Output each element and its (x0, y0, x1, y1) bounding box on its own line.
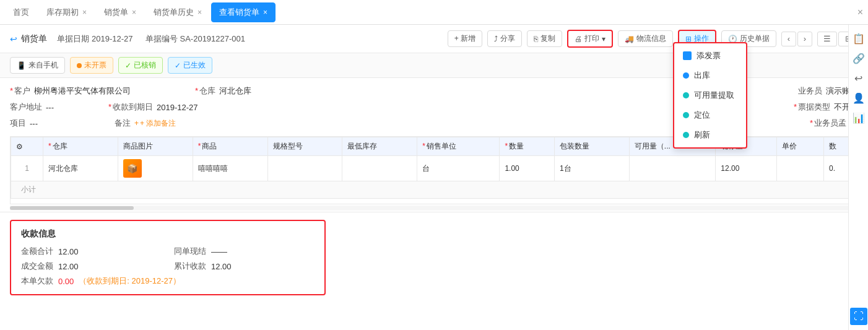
address-label: 客户地址 (10, 102, 42, 113)
doc-title: ↩ 销货单 (10, 33, 47, 45)
dropdown-outbound[interactable]: 出库 (674, 66, 746, 85)
customer-value: 柳州粤港平安气体有限公司 (34, 85, 131, 97)
dropdown-locate[interactable]: 定位 (674, 105, 746, 125)
refresh-dot (683, 132, 689, 138)
new-button[interactable]: + 新增 (448, 30, 482, 47)
tab-view-sales-close[interactable]: × (263, 8, 267, 17)
th-pack-qty: 包装数量 (555, 137, 630, 156)
th-settings[interactable]: ⚙ (11, 137, 43, 156)
payment-grid: 金额合计 12.00 同单现结 —— 成交金额 12.00 累计收款 12.00 (21, 246, 315, 287)
cumulative-value: 12.00 (211, 262, 232, 271)
row-stock: 12.00 (716, 156, 777, 181)
prev-arrow[interactable]: ‹ (781, 32, 796, 46)
logistics-button[interactable]: 🚚 物流信息 (618, 30, 673, 47)
this-owe-label: 本单欠款 (21, 276, 53, 287)
address-field: 客户地址 --- (10, 102, 54, 113)
total-amount-value: 12.00 (58, 247, 79, 256)
tab-sales-close[interactable]: × (132, 8, 136, 17)
scroll-thumb[interactable] (10, 206, 134, 210)
sidebar-icon-clipboard[interactable]: 📋 (850, 30, 867, 47)
this-owe-row: 本单欠款 0.00 （收款到期日: 2019-12-27） (21, 276, 315, 287)
list-view-button[interactable]: ☰ (817, 32, 837, 46)
check-icon: ✓ (125, 61, 131, 70)
refresh-label: 刷新 (694, 129, 710, 141)
dropdown-add-invoice[interactable]: 添发票 (674, 46, 746, 66)
product-image: 📦 (123, 159, 142, 178)
sidebar-icon-link[interactable]: 🔗 (850, 50, 867, 67)
effective-check-icon: ✓ (175, 61, 181, 70)
print-icon: 🖨 (575, 35, 582, 43)
dropdown-available-qty[interactable]: 可用量提取 (674, 85, 746, 105)
row-available (629, 156, 715, 181)
th-qty: 数量 (500, 137, 555, 156)
deal-amount-value: 12.00 (58, 262, 79, 271)
due-date-value: 2019-12-27 (157, 103, 198, 112)
row-product-img: 📦 (118, 156, 193, 181)
same-order-label: 同单现结 (174, 246, 206, 257)
payment-title: 收款信息 (21, 228, 315, 240)
staff-label: 业务员 (798, 85, 822, 97)
sidebar-icon-user[interactable]: 👤 (850, 89, 867, 106)
window-close-button[interactable]: × (857, 7, 863, 18)
total-amount-label: 金额合计 (21, 246, 53, 257)
row-warehouse: 河北仓库 (43, 156, 118, 181)
sidebar-icon-chart[interactable]: 📊 (850, 109, 867, 126)
doc-num-item: 单据编号 SA-20191227-001 (145, 33, 246, 45)
dropdown-refresh[interactable]: 刷新 (674, 125, 746, 145)
warehouse-label: 仓库 (195, 85, 215, 97)
not-open-button[interactable]: 未开票 (70, 57, 113, 74)
scroll-bar[interactable] (10, 206, 858, 211)
row-min-stock (342, 156, 417, 181)
address-value: --- (46, 103, 54, 112)
deal-amount-row: 成交金额 12.00 (21, 261, 162, 272)
this-owe-value: 0.00 (58, 277, 74, 286)
project-label: 项目 (10, 118, 26, 129)
from-phone-button[interactable]: 📱 来自手机 (10, 57, 65, 74)
same-order-row: 同单现结 —— (174, 246, 315, 257)
add-note-button[interactable]: + + 添加备注 (134, 118, 176, 129)
ticket-type-label: 票据类型 (794, 102, 830, 113)
verified-button[interactable]: ✓ 已核销 (118, 57, 163, 74)
tab-home[interactable]: 首页 (5, 2, 37, 22)
due-date-field: 收款到期日 2019-12-27 (108, 102, 198, 113)
operations-dropdown: 添发票 出库 可用量提取 定位 刷新 (673, 42, 747, 149)
nav-arrows: ‹ › (781, 32, 812, 46)
dot-orange (77, 63, 82, 68)
subtotal-row: 小计 (11, 181, 857, 199)
sidebar-icon-expand[interactable]: ⛶ (850, 308, 867, 325)
customer-field: 客户 柳州粤港平安气体有限公司 (10, 85, 131, 97)
copy-button[interactable]: ⎘ 复制 (527, 30, 562, 47)
tab-home-label: 首页 (13, 7, 29, 18)
due-date-label: 收款到期日 (108, 102, 153, 113)
doc-title-text: 销货单 (21, 33, 47, 45)
truck-icon: 🚚 (625, 35, 634, 43)
tab-sales-label: 销货单 (104, 7, 128, 18)
cumulative-label: 累计收款 (174, 261, 206, 272)
payment-box: 收款信息 金额合计 12.00 同单现结 —— 成交金额 12.00 (10, 220, 326, 295)
doc-title-icon: ↩ (10, 34, 17, 44)
total-amount-row: 金额合计 12.00 (21, 246, 162, 257)
row-qty: 1.00 (500, 156, 555, 181)
staff2-label: 业务员孟 (810, 118, 846, 129)
tab-inventory[interactable]: 库存期初 × (38, 2, 95, 22)
share-button[interactable]: ⤴ 分享 (487, 30, 522, 47)
tab-view-sales[interactable]: 查看销货单 × (211, 2, 276, 22)
next-arrow[interactable]: › (797, 32, 812, 46)
tab-inventory-close[interactable]: × (82, 8, 87, 17)
tab-sales-history-close[interactable]: × (197, 8, 202, 17)
sidebar-icon-return[interactable]: ↩ (850, 69, 867, 87)
th-price: 单价 (776, 137, 823, 156)
tab-sales-history[interactable]: 销货单历史 × (145, 2, 210, 22)
doc-date-item: 单据日期 2019-12-27 (57, 33, 133, 45)
bottom-panel: 收款信息 金额合计 12.00 同单现结 —— 成交金额 12.00 (0, 212, 868, 303)
tab-sales[interactable]: 销货单 × (96, 2, 144, 22)
th-product-img: 商品图片 (118, 137, 193, 156)
doc-num-label: 单据编号 (145, 33, 178, 45)
print-button[interactable]: 🖨 打印 ▾ (567, 30, 613, 48)
row-num: 1 (11, 156, 43, 181)
toolbar: + 新增 ⤴ 分享 ⎘ 复制 🖨 打印 ▾ 🚚 物流信息 (448, 30, 858, 48)
doc-date-value: 2019-12-27 (92, 34, 133, 43)
effective-button[interactable]: ✓ 已生效 (168, 57, 212, 74)
th-unit: 销售单位 (417, 137, 500, 156)
warehouse-value: 河北仓库 (219, 85, 251, 97)
